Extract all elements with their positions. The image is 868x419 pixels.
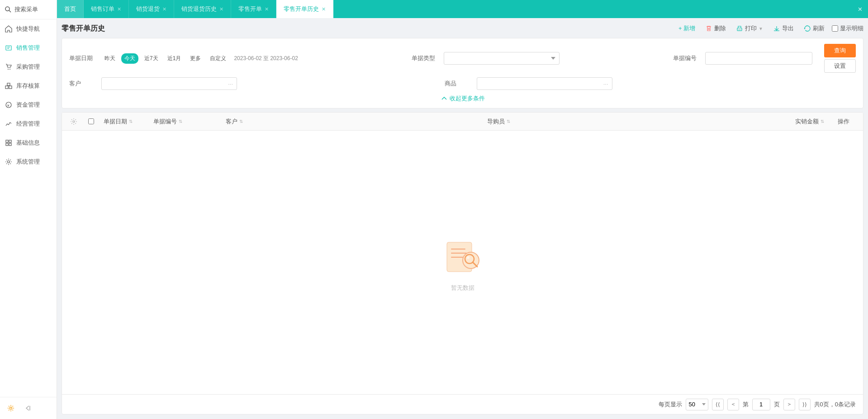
purchase-icon — [5, 63, 13, 71]
delete-label: 删除 — [714, 24, 726, 33]
add-label: + 新增 — [678, 24, 695, 33]
svg-rect-9 — [7, 83, 10, 85]
svg-point-16 — [8, 161, 10, 163]
sidebar-item-label: 资金管理 — [16, 101, 40, 109]
select-all-checkbox[interactable] — [88, 118, 94, 124]
sidebar-bottom — [0, 397, 57, 419]
sidebar-item-label: 采购管理 — [16, 63, 40, 71]
print-icon — [736, 25, 743, 33]
type-filter-select[interactable] — [444, 52, 560, 65]
refresh-label: 刷新 — [813, 24, 825, 33]
tab-home[interactable]: 首页 — [57, 0, 84, 18]
product-input[interactable]: ··· — [477, 77, 612, 90]
sidebar-item-purchase[interactable]: 采购管理 — [0, 57, 57, 76]
table-header-client[interactable]: 客户 ⇅ — [222, 118, 484, 126]
svg-point-5 — [8, 69, 9, 70]
page-input[interactable] — [752, 399, 770, 410]
tab-retail-open-history-close[interactable]: ✕ — [322, 6, 326, 12]
table-header-order-no[interactable]: 单据编号 ⇅ — [150, 118, 222, 126]
sidebar: 搜索采单 快捷导航 销售管理 采购管理 库存核算 — [0, 0, 57, 419]
table-header-op: 操作 — [828, 118, 859, 126]
export-icon — [773, 25, 780, 33]
collapse-button[interactable]: 收起更多条件 — [69, 94, 856, 103]
show-detail-label: 显示明细 — [840, 24, 863, 33]
export-button[interactable]: 导出 — [770, 23, 797, 34]
top-nav: 首页 销售订单 ✕ 销货退货 ✕ 销货退货历史 ✕ 零售开单 ✕ 零售开单历史 … — [57, 0, 868, 18]
filter-row-2: 客户 ··· 商品 ··· — [69, 77, 856, 90]
type-filter-label: 单据类型 — [412, 54, 436, 62]
collapse-label: 收起更多条件 — [450, 94, 485, 103]
refresh-icon — [804, 25, 811, 33]
table-header-checkbox[interactable] — [82, 118, 100, 124]
tab-retail-open[interactable]: 零售开单 ✕ — [231, 0, 276, 18]
svg-rect-7 — [5, 86, 8, 89]
show-detail-checkbox[interactable]: 显示明细 — [832, 24, 863, 33]
date-btn-more[interactable]: 更多 — [187, 53, 204, 64]
tab-sales-return-history-close[interactable]: ✕ — [219, 6, 223, 12]
date-filter-label: 单据日期 — [69, 54, 94, 62]
date-btn-yesterday[interactable]: 昨天 — [101, 53, 119, 64]
svg-rect-22 — [738, 29, 741, 30]
tab-sales-return-label: 销货退货 — [136, 5, 160, 13]
sidebar-search[interactable]: 搜索采单 — [0, 0, 57, 19]
print-dropdown-icon[interactable]: ▼ — [759, 26, 763, 31]
table-header-guide[interactable]: 导购员 ⇅ — [484, 118, 529, 126]
settings-bottom-icon[interactable] — [5, 402, 17, 414]
tab-retail-open-close[interactable]: ✕ — [265, 6, 269, 12]
date-btn-7days[interactable]: 近7天 — [141, 53, 161, 64]
date-shortcuts: 昨天 今天 近7天 近1月 更多 自定义 2023-06-02 至 2023-0… — [101, 53, 298, 64]
sidebar-item-sales[interactable]: 销售管理 — [0, 38, 57, 57]
export-label: 导出 — [782, 24, 794, 33]
sidebar-item-label: 销售管理 — [16, 44, 40, 52]
table-settings-btn[interactable] — [66, 118, 82, 125]
date-btn-1month[interactable]: 近1月 — [164, 53, 185, 64]
per-page-select[interactable]: 50 10 20 100 — [686, 399, 708, 410]
tab-sales-return-history-label: 销货退货历史 — [181, 5, 217, 13]
refresh-button[interactable]: 刷新 — [801, 23, 827, 34]
tab-retail-open-history-label: 零售开单历史 — [284, 5, 319, 13]
order-no-input[interactable] — [705, 52, 812, 65]
tab-sales-return-history[interactable]: 销货退货历史 ✕ — [174, 0, 231, 18]
filter-actions: 查询 设置 — [820, 44, 856, 73]
table-card: 单据日期 ⇅ 单据编号 ⇅ 客户 ⇅ 导购员 ⇅ 实销金额 — [62, 112, 863, 414]
svg-point-6 — [9, 69, 10, 70]
sort-order-icon: ⇅ — [179, 119, 182, 124]
page-label: 第 — [743, 400, 749, 409]
sidebar-item-system[interactable]: 系统管理 — [0, 152, 57, 171]
total-text: 共0页，0条记录 — [814, 400, 856, 409]
tab-retail-open-history[interactable]: 零售开单历史 ✕ — [276, 0, 333, 18]
page-first-btn[interactable]: ⟨⟨ — [712, 399, 724, 410]
page-prev-btn[interactable]: ＜ — [727, 399, 739, 410]
show-detail-check[interactable] — [832, 25, 838, 32]
toolbar-actions: + 新增 删除 打印 ▼ — [676, 23, 863, 34]
delete-button[interactable]: 删除 — [702, 23, 729, 34]
table-header-amount[interactable]: 实销金额 ⇅ — [783, 118, 828, 126]
set-button[interactable]: 设置 — [824, 59, 856, 73]
tab-sales-return-close[interactable]: ✕ — [162, 6, 166, 12]
client-input[interactable]: ··· — [101, 77, 237, 90]
table-header-date[interactable]: 单据日期 ⇅ — [100, 118, 150, 126]
collapse-sidebar-icon[interactable] — [22, 402, 34, 414]
sales-icon — [5, 44, 13, 52]
tab-sales-order-label: 销售订单 — [91, 5, 114, 13]
tab-sales-order-close[interactable]: ✕ — [117, 6, 121, 12]
main-area: 首页 销售订单 ✕ 销货退货 ✕ 销货退货历史 ✕ 零售开单 ✕ 零售开单历史 … — [57, 0, 868, 419]
sidebar-item-inventory[interactable]: 库存核算 — [0, 76, 57, 95]
page-last-btn[interactable]: ⟩⟩ — [799, 399, 811, 410]
page-next-btn[interactable]: ＞ — [783, 399, 795, 410]
print-label: 打印 — [745, 24, 757, 33]
query-button[interactable]: 查询 — [824, 44, 856, 57]
sidebar-item-operation[interactable]: 经营管理 — [0, 114, 57, 133]
sort-client-icon: ⇅ — [239, 119, 243, 124]
tab-sales-return[interactable]: 销货退货 ✕ — [129, 0, 174, 18]
sidebar-item-quick-nav[interactable]: 快捷导航 — [0, 19, 57, 38]
sidebar-item-basic[interactable]: 基础信息 — [0, 133, 57, 152]
sidebar-item-finance[interactable]: ¥ 资金管理 — [0, 95, 57, 114]
date-btn-today[interactable]: 今天 — [121, 53, 138, 64]
nav-close-btn[interactable]: ✕ — [858, 6, 863, 13]
tab-sales-order[interactable]: 销售订单 ✕ — [84, 0, 129, 18]
sort-guide-icon: ⇅ — [507, 119, 510, 124]
print-button[interactable]: 打印 ▼ — [733, 23, 766, 34]
add-button[interactable]: + 新增 — [676, 23, 698, 34]
date-btn-custom[interactable]: 自定义 — [207, 53, 229, 64]
